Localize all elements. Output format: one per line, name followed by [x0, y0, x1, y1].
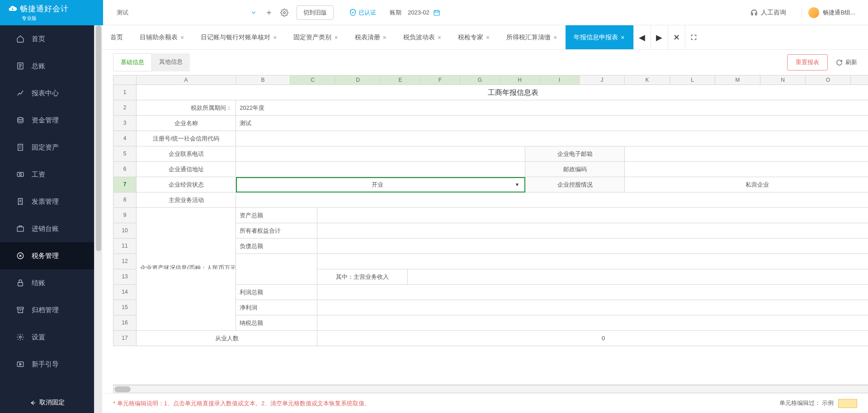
row-header[interactable]: 15 [113, 300, 137, 315]
sidebar-scrollbar[interactable] [94, 25, 102, 413]
fin-value[interactable] [317, 208, 868, 223]
col-L[interactable]: L [670, 75, 715, 85]
col-A[interactable]: A [137, 75, 236, 85]
col-H[interactable]: H [500, 75, 540, 85]
fin-value[interactable] [317, 254, 868, 269]
close-icon[interactable]: × [273, 34, 277, 41]
subtab-basic[interactable]: 基础信息 [113, 53, 152, 71]
holding-label[interactable]: 企业控股情况 [525, 177, 625, 192]
reg-code-label[interactable]: 注册号/统一社会信用代码 [137, 131, 236, 146]
fin-label[interactable]: 资产总额 [236, 208, 317, 223]
company-selector[interactable]: 测试 [112, 5, 261, 20]
sidebar-item-settings[interactable]: 设置 [0, 324, 94, 351]
col-K[interactable]: K [625, 75, 670, 85]
close-icon[interactable]: × [383, 34, 387, 41]
fin-label[interactable]: 净利润 [236, 300, 317, 315]
fin-label[interactable]: 纳税总额 [236, 315, 317, 331]
tab-aux-balance[interactable]: 目辅助余额表× [132, 25, 193, 49]
col-B[interactable]: B [236, 75, 290, 85]
row-header[interactable]: 17 [113, 331, 137, 346]
fin-label[interactable] [236, 254, 317, 269]
sidebar-item-stock[interactable]: 进销台账 [0, 215, 94, 242]
email-value[interactable] [625, 146, 868, 162]
refresh-button[interactable]: 刷新 [836, 58, 857, 66]
col-N[interactable]: N [760, 75, 806, 85]
horizontal-scrollbar[interactable] [113, 385, 868, 393]
sidebar-item-salary[interactable]: 工资 [0, 161, 94, 188]
consult-button[interactable]: 人工咨询 [750, 9, 786, 17]
col-M[interactable]: M [715, 75, 760, 85]
asset-section-spacer[interactable] [137, 269, 236, 285]
calendar-icon[interactable] [433, 9, 440, 16]
row-header[interactable]: 9 [113, 208, 137, 223]
unpin-button[interactable]: 取消固定 [0, 392, 94, 413]
holding-value[interactable]: 私营企业 [625, 177, 868, 192]
fin-label[interactable]: 所有者权益合计 [236, 223, 317, 239]
fin-value[interactable] [408, 269, 868, 285]
reset-button[interactable]: 重置报表 [787, 54, 828, 70]
settings-icon-button[interactable] [277, 5, 292, 20]
tab-annual-report[interactable]: 年报信息申报表× [566, 25, 633, 49]
tab-income-settle[interactable]: 所得税汇算清缴× [498, 25, 566, 49]
phone-value[interactable] [236, 146, 525, 162]
sidebar-item-reports[interactable]: 报表中心 [0, 80, 94, 107]
hscroll-thumb[interactable] [114, 386, 131, 392]
reg-code-value[interactable] [236, 131, 868, 146]
row-header[interactable]: 13 [113, 269, 137, 285]
row-header[interactable]: 14 [113, 285, 137, 300]
asset-section-label[interactable]: 企业资产状况信息(币种：人民币万元) [137, 254, 236, 269]
postcode-value[interactable] [625, 162, 868, 177]
tab-journal-bank[interactable]: 日记账与银行对账单核对× [193, 25, 285, 49]
sheet-title[interactable]: 工商年报信息表 [137, 85, 868, 100]
sidebar-item-archive[interactable]: 归档管理 [0, 296, 94, 324]
close-icon[interactable]: × [334, 34, 338, 41]
col-C[interactable]: C [290, 75, 335, 85]
tab-tax-list[interactable]: 税表清册× [347, 25, 395, 49]
switch-old-button[interactable]: 切到旧版 [297, 5, 334, 20]
operating-status-dropdown[interactable]: 开业 ▼ [236, 177, 525, 192]
period-label[interactable]: 税款所属期间： [137, 100, 236, 116]
employees-label[interactable]: 从业人数 [137, 331, 317, 346]
sidebar-item-home[interactable]: 首页 [0, 25, 94, 52]
col-J[interactable]: J [580, 75, 625, 85]
user-avatar[interactable] [808, 7, 819, 18]
row-header[interactable]: 16 [113, 315, 137, 331]
close-icon[interactable]: × [438, 34, 441, 41]
tab-home[interactable]: 首页 [102, 25, 132, 49]
col-O[interactable]: O [806, 75, 851, 85]
tab-scroll-left[interactable]: ◀ [633, 25, 651, 49]
fin-value[interactable] [317, 239, 868, 254]
tab-tax-burden[interactable]: 税负波动表× [395, 25, 450, 49]
email-label[interactable]: 企业电子邮箱 [525, 146, 625, 162]
fin-value[interactable] [317, 223, 868, 239]
addr-value[interactable] [236, 162, 525, 177]
employees-value[interactable]: 0 [317, 331, 868, 346]
company-name-label[interactable]: 企业名称 [137, 116, 236, 131]
row-header[interactable]: 5 [113, 146, 137, 162]
close-icon[interactable]: × [180, 34, 184, 41]
col-F[interactable]: F [420, 75, 460, 85]
asset-section-spacer[interactable] [137, 223, 236, 239]
row-header[interactable]: 2 [113, 100, 137, 116]
main-activity-value[interactable] [236, 192, 868, 208]
sidebar-item-tax[interactable]: 税务管理 [0, 242, 94, 269]
tab-fullscreen[interactable] [685, 25, 702, 49]
row-header[interactable]: 6 [113, 162, 137, 177]
close-icon[interactable]: × [621, 34, 624, 41]
row-header[interactable]: 11 [113, 239, 137, 254]
sidebar-item-closing[interactable]: 结账 [0, 269, 94, 296]
fin-label[interactable]: 利润总额 [236, 285, 317, 300]
row-header[interactable]: 3 [113, 116, 137, 131]
fin-value[interactable] [317, 300, 868, 315]
asset-section-spacer[interactable] [137, 300, 236, 315]
col-D[interactable]: D [335, 75, 381, 85]
asset-section-spacer[interactable] [137, 315, 236, 331]
company-name-value[interactable]: 测试 [236, 116, 868, 131]
main-activity-label[interactable]: 主营业务活动 [137, 192, 236, 208]
row-header[interactable]: 12 [113, 254, 137, 269]
sidebar-item-ledger[interactable]: 总账 [0, 52, 94, 80]
subtab-other[interactable]: 其他信息 [152, 53, 190, 71]
operating-status-label[interactable]: 企业经营状态 [137, 177, 236, 192]
fin-label[interactable]: 负债总额 [236, 239, 317, 254]
asset-section-spacer[interactable] [137, 285, 236, 300]
